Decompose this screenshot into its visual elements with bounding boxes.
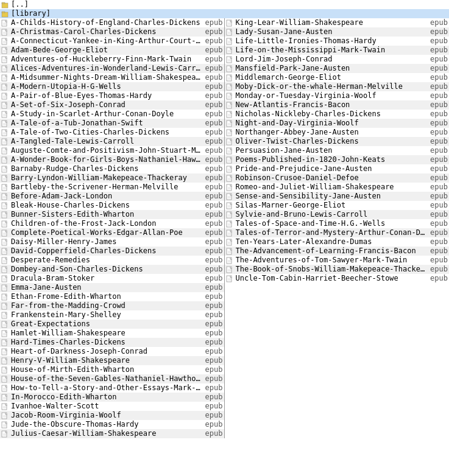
file-type: epub bbox=[205, 247, 223, 256]
file-type: epub bbox=[205, 356, 223, 365]
list-item[interactable]: Romeo-and-Juliet-William-Shakespeare epu… bbox=[225, 183, 450, 192]
list-item[interactable]: Oliver-Twist-Charles-Dickens epub bbox=[225, 137, 450, 146]
epub-icon bbox=[1, 65, 10, 72]
list-item[interactable]: Adventures-of-Huckleberry-Finn-Mark-Twai… bbox=[0, 55, 224, 64]
list-item[interactable]: King-Lear-William-Shakespeare epub bbox=[225, 18, 450, 27]
list-item[interactable]: Heart-of-Darkness-Joseph-Conrad epub bbox=[0, 347, 224, 356]
list-item[interactable]: Pride-and-Prejudice-Jane-Austen epub bbox=[225, 164, 450, 173]
list-item[interactable]: A-Tangled-Tale-Lewis-Carroll epub bbox=[0, 137, 224, 146]
epub-icon bbox=[1, 202, 10, 209]
list-item[interactable]: A-Modern-Utopia-H-G-Wells epub bbox=[0, 82, 224, 91]
list-item[interactable]: Barry-Lyndon-William-Makepeace-Thackeray… bbox=[0, 173, 224, 183]
epub-icon bbox=[1, 266, 10, 273]
list-item[interactable]: The-Adventures-of-Tom-Sawyer-Mark-Twain … bbox=[225, 256, 450, 265]
list-item[interactable]: A-Christmas-Carol-Charles-Dickens epub bbox=[0, 27, 224, 37]
list-item[interactable]: The-Book-of-Snobs-William-Makepeace-Thac… bbox=[225, 265, 450, 274]
list-item[interactable]: A-Set-of-Six-Joseph-Conrad epub bbox=[0, 100, 224, 110]
list-item[interactable]: Bartleby-the-Scrivener-Herman-Melville e… bbox=[0, 183, 224, 192]
list-item[interactable]: Monday-or-Tuesday-Virginia-Woolf epub bbox=[225, 91, 450, 100]
list-item[interactable]: Life-Little-Ironies-Thomas-Hardy epub bbox=[225, 37, 450, 46]
file-name: Ten-Years-Later-Alexandre-Dumas bbox=[236, 237, 428, 247]
list-item[interactable]: Life-on-the-Mississippi-Mark-Twain epub bbox=[225, 46, 450, 55]
list-item[interactable]: House-of-the-Seven-Gables-Nathaniel-Hawt… bbox=[0, 374, 224, 383]
list-item[interactable]: The-Advancement-of-Learning-Francis-Baco… bbox=[225, 247, 450, 256]
file-type: epub bbox=[205, 46, 223, 55]
list-item[interactable]: Desperate-Remedies epub bbox=[0, 256, 224, 265]
list-item[interactable]: New-Atlantis-Francis-Bacon epub bbox=[225, 100, 450, 110]
list-item[interactable]: In-Morocco-Edith-Wharton epub bbox=[0, 393, 224, 402]
list-item[interactable]: Henry-V-William-Shakespeare epub bbox=[0, 356, 224, 365]
list-item[interactable]: Hamlet-William-Shakespeare epub bbox=[0, 329, 224, 338]
list-item[interactable]: Great-Expectations epub bbox=[0, 320, 224, 329]
list-item[interactable]: Emma-Jane-Austen epub bbox=[0, 283, 224, 292]
list-item[interactable]: Dracula-Bram-Stoker epub bbox=[0, 274, 224, 283]
list-item[interactable]: Night-and-Day-Virginia-Woolf epub bbox=[225, 119, 450, 128]
list-item[interactable]: A-Wonder-Book-for-Girls-Boys-Nathaniel-H… bbox=[0, 155, 224, 164]
list-item[interactable]: Daisy-Miller-Henry-James epub bbox=[0, 237, 224, 247]
list-item[interactable]: Ten-Years-Later-Alexandre-Dumas epub bbox=[225, 237, 450, 247]
list-item[interactable]: Dombey-and-Son-Charles-Dickens epub bbox=[0, 265, 224, 274]
file-type: epub bbox=[205, 155, 223, 164]
epub-icon bbox=[226, 257, 235, 264]
file-name: Silas-Marner-George-Eliot bbox=[236, 201, 428, 210]
file-name: House-of-Mirth-Edith-Wharton bbox=[11, 365, 203, 374]
list-item[interactable]: A-Tale-of-a-Tub-Jonathan-Swift epub bbox=[0, 119, 224, 128]
file-type: epub bbox=[205, 237, 223, 247]
list-item[interactable]: Sense-and-Sensibility-Jane-Austen epub bbox=[225, 192, 450, 201]
list-item[interactable]: Robinson-Crusoe-Daniel-Defoe epub bbox=[225, 173, 450, 183]
list-item[interactable]: Frankenstein-Mary-Shelley epub bbox=[0, 310, 224, 320]
list-item[interactable]: A-Study-in-Scarlet-Arthur-Conan-Doyle ep… bbox=[0, 110, 224, 119]
list-item[interactable]: Poems-Published-in-1820-John-Keats epub bbox=[225, 155, 450, 164]
file-name: Before-Adam-Jack-London bbox=[11, 192, 203, 201]
list-item[interactable]: Ivanhoe-Walter-Scott epub bbox=[0, 402, 224, 411]
list-item[interactable]: A-Midsummer-Nights-Dream-William-Shakesp… bbox=[0, 73, 224, 82]
list-item[interactable]: Middlemarch-George-Eliot epub bbox=[225, 73, 450, 82]
list-item[interactable]: Hard-Times-Charles-Dickens epub bbox=[0, 338, 224, 347]
file-name: Oliver-Twist-Charles-Dickens bbox=[236, 137, 428, 146]
list-item[interactable]: Jude-the-Obscure-Thomas-Hardy epub bbox=[0, 420, 224, 429]
file-name: A-Christmas-Carol-Charles-Dickens bbox=[11, 27, 203, 37]
library-dir-row[interactable]: [library] bbox=[0, 9, 449, 18]
list-item[interactable]: Lady-Susan-Jane-Austen epub bbox=[225, 27, 450, 37]
list-item[interactable]: Bunner-Sisters-Edith-Wharton epub bbox=[0, 210, 224, 219]
list-item[interactable]: Nicholas-Nickleby-Charles-Dickens epub bbox=[225, 110, 450, 119]
epub-icon bbox=[1, 83, 10, 91]
list-item[interactable]: Julius-Caesar-William-Shakespeare epub bbox=[0, 429, 224, 438]
list-item[interactable]: Moby-Dick-or-the-whale-Herman-Melville e… bbox=[225, 82, 450, 91]
list-item[interactable]: A-Pair-of-Blue-Eyes-Thomas-Hardy epub bbox=[0, 91, 224, 100]
list-item[interactable]: Tales-of-Space-and-Time-H.G.-Wells epub bbox=[225, 219, 450, 228]
list-item[interactable]: Ethan-Frome-Edith-Wharton epub bbox=[0, 292, 224, 301]
list-item[interactable]: Lord-Jim-Joseph-Conrad epub bbox=[225, 55, 450, 64]
file-name: A-Set-of-Six-Joseph-Conrad bbox=[11, 100, 203, 110]
parent-dir-row[interactable]: [..] bbox=[0, 0, 449, 9]
list-item[interactable]: Silas-Marner-George-Eliot epub bbox=[225, 201, 450, 210]
list-item[interactable]: Sylvie-and-Bruno-Lewis-Carroll epub bbox=[225, 210, 450, 219]
list-item[interactable]: A-Tale-of-Two-Cities-Charles-Dickens epu… bbox=[0, 128, 224, 137]
list-item[interactable]: Children-of-the-Frost-Jack-London epub bbox=[0, 219, 224, 228]
list-item[interactable]: Complete-Poetical-Works-Edgar-Allan-Poe … bbox=[0, 228, 224, 237]
file-type: epub bbox=[205, 374, 223, 383]
list-item[interactable]: Tales-of-Terror-and-Mystery-Arthur-Conan… bbox=[225, 228, 450, 237]
list-item[interactable]: Barnaby-Rudge-Charles-Dickens epub bbox=[0, 164, 224, 173]
list-item[interactable]: How-to-Tell-a-Story-and-Other-Essays-Mar… bbox=[0, 383, 224, 393]
list-item[interactable]: Far-from-the-Madding-Crowd epub bbox=[0, 301, 224, 310]
file-type: epub bbox=[205, 256, 223, 265]
list-item[interactable]: Alices-Adventures-in-Wonderland-Lewis-Ca… bbox=[0, 64, 224, 73]
epub-icon bbox=[226, 220, 235, 228]
file-type: epub bbox=[205, 210, 223, 219]
list-item[interactable]: A-Childs-History-of-England-Charles-Dick… bbox=[0, 18, 224, 27]
list-item[interactable]: Auguste-Comte-and-Positivism-John-Stuart… bbox=[0, 146, 224, 155]
list-item[interactable]: Uncle-Tom-Cabin-Harriet-Beecher-Stowe ep… bbox=[225, 274, 450, 283]
list-item[interactable]: Jacob-Room-Virginia-Woolf epub bbox=[0, 411, 224, 420]
list-item[interactable]: Mansfield-Park-Jane-Austen epub bbox=[225, 64, 450, 73]
list-item[interactable]: Bleak-House-Charles-Dickens epub bbox=[0, 201, 224, 210]
list-item[interactable]: A-Connecticut-Yankee-in-King-Arthur-Cour… bbox=[0, 37, 224, 46]
list-item[interactable]: Adam-Bede-George-Eliot epub bbox=[0, 46, 224, 55]
list-item[interactable]: David-Copperfield-Charles-Dickens epub bbox=[0, 247, 224, 256]
epub-icon bbox=[1, 430, 10, 438]
list-item[interactable]: House-of-Mirth-Edith-Wharton epub bbox=[0, 365, 224, 374]
epub-icon bbox=[1, 147, 10, 155]
list-item[interactable]: Before-Adam-Jack-London epub bbox=[0, 192, 224, 201]
list-item[interactable]: Northanger-Abbey-Jane-Austen epub bbox=[225, 128, 450, 137]
list-item[interactable]: Persuasion-Jane-Austen epub bbox=[225, 146, 450, 155]
